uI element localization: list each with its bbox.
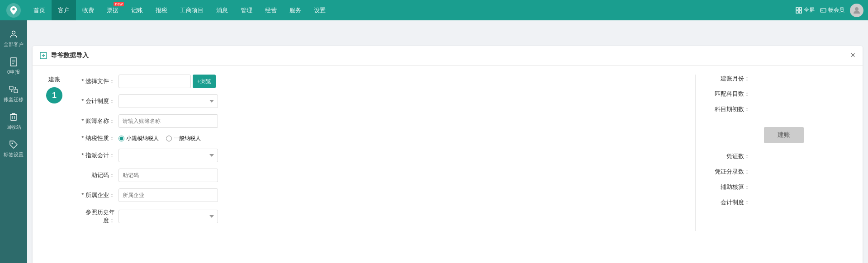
auxiliary-label: 辅助核算： (709, 183, 750, 191)
sidebar-customers-label: 全部客户 (4, 41, 24, 48)
small-taxpayer-label: 小规模纳税人 (126, 135, 159, 142)
top-navigation: 首页 客户 收费 票据 new 记账 报税 工商项目 消息 管理 经营 服务 设… (0, 0, 868, 20)
ledger-name-input[interactable] (119, 114, 218, 128)
accountant-select[interactable] (119, 149, 218, 162)
svg-rect-4 (821, 9, 826, 12)
nav-invoices[interactable]: 票据 new (100, 0, 125, 20)
reference-year-label: 参照历史年度： (79, 208, 115, 225)
accountant-row: * 指派会计： (79, 149, 682, 162)
transfer-icon (9, 85, 19, 94)
user-avatar[interactable] (850, 4, 863, 17)
svg-point-6 (12, 31, 15, 34)
sidebar-tags-label: 标签设置 (4, 151, 24, 158)
nav-home[interactable]: 首页 (27, 0, 52, 20)
sidebar-declaration-label: 0申报 (7, 69, 20, 75)
form-area: * 选择文件： +浏览 * 会计制度： (70, 75, 682, 231)
new-badge: new (114, 2, 124, 6)
match-subjects-row: 匹配科目数： (709, 90, 849, 98)
form-section: 建账 1 * 选择文件： +浏览 (46, 75, 695, 231)
accounting-system-select[interactable] (119, 94, 218, 108)
general-taxpayer-label: 一般纳税人 (174, 135, 201, 142)
browse-button[interactable]: +浏览 (193, 75, 216, 88)
svg-rect-1 (799, 8, 802, 10)
general-taxpayer-option[interactable]: 一般纳税人 (166, 135, 201, 142)
small-taxpayer-option[interactable]: 小规模纳税人 (119, 135, 159, 142)
info-section: 建账月份： 匹配科目数： 科目期初数： 建账 凭证数： (695, 75, 849, 231)
svg-rect-2 (796, 11, 798, 13)
step-badge: 1 (46, 87, 62, 103)
svg-rect-0 (796, 8, 798, 10)
affiliated-company-input[interactable] (119, 188, 218, 202)
step-section-label: 建账 (48, 75, 60, 84)
vip-label: 畅会员 (828, 6, 844, 14)
sidebar-item-recycle[interactable]: 回收站 (0, 108, 27, 135)
file-row: * 选择文件： +浏览 (79, 75, 682, 88)
svg-rect-10 (11, 114, 16, 121)
nav-tax[interactable]: 报税 (149, 0, 174, 20)
reference-year-select[interactable] (119, 210, 218, 223)
nav-business[interactable]: 工商项目 (174, 0, 210, 20)
modal-title: 导爷数据导入 (51, 52, 89, 60)
accountant-label: * 指派会计： (79, 151, 115, 160)
fullscreen-btn[interactable]: 全屏 (796, 6, 815, 14)
ledger-name-label: * 账簿名称： (79, 117, 115, 125)
svg-point-5 (855, 7, 859, 11)
nav-bookkeeping[interactable]: 记账 (125, 0, 149, 20)
subject-initial-label: 科目期初数： (709, 105, 750, 113)
create-month-row: 建账月份： (709, 75, 849, 83)
reference-year-row: 参照历史年度： (79, 208, 682, 225)
subject-initial-row: 科目期初数： (709, 105, 849, 113)
memo-code-row: 助记码： (79, 169, 682, 182)
sidebar: 全部客户 0申报 账套迁移 回收站 (0, 20, 27, 263)
create-month-label: 建账月份： (709, 75, 750, 83)
fullscreen-icon (796, 7, 802, 14)
tax-type-radio-group: 小规模纳税人 一般纳税人 (119, 135, 201, 142)
auxiliary-row: 辅助核算： (709, 183, 849, 191)
tag-icon (9, 140, 19, 150)
nav-items: 首页 客户 收费 票据 new 记账 报税 工商项目 消息 管理 经营 服务 设… (27, 0, 796, 20)
file-icon (9, 57, 19, 67)
file-label: * 选择文件： (79, 77, 115, 85)
import-icon (40, 52, 47, 59)
tax-type-row: * 纳税性质： 小规模纳税人 一般纳税人 (79, 134, 682, 142)
nav-billing[interactable]: 收费 (76, 0, 100, 20)
users-icon (9, 29, 19, 39)
main-area: 导爷数据导入 × 建账 1 * 选择文件： (27, 41, 868, 263)
logo-svg (9, 5, 19, 15)
nav-operations[interactable]: 经营 (259, 0, 283, 20)
memo-code-label: 助记码： (79, 171, 115, 179)
nav-services[interactable]: 服务 (283, 0, 308, 20)
create-account-button[interactable]: 建账 (764, 127, 804, 143)
tax-type-label: * 纳税性质： (79, 134, 115, 142)
accounting-system-row: * 会计制度： (79, 94, 682, 108)
sidebar-migration-label: 账套迁移 (4, 96, 24, 103)
file-input[interactable] (119, 75, 191, 88)
nav-right: 全屏 畅会员 (796, 4, 863, 17)
fullscreen-label: 全屏 (804, 6, 815, 14)
sidebar-item-declaration[interactable]: 0申报 (0, 52, 27, 80)
svg-rect-3 (799, 11, 802, 13)
accounting-system2-label: 会计制度： (709, 198, 750, 207)
match-subjects-label: 匹配科目数： (709, 90, 750, 98)
logo[interactable] (5, 1, 23, 19)
memo-code-input[interactable] (119, 169, 218, 182)
avatar-icon (852, 6, 861, 15)
nav-messages[interactable]: 消息 (210, 0, 234, 20)
voucher-records-row: 凭证分录数： (709, 168, 849, 176)
vip-icon (820, 7, 826, 14)
sidebar-recycle-label: 回收站 (6, 124, 21, 131)
nav-settings[interactable]: 设置 (308, 0, 332, 20)
voucher-count-label: 凭证数： (709, 152, 750, 160)
vip-btn[interactable]: 畅会员 (820, 6, 844, 14)
trash-icon (9, 112, 19, 122)
sidebar-item-customers[interactable]: 全部客户 (0, 25, 27, 52)
sidebar-item-tags[interactable]: 标签设置 (0, 135, 27, 163)
logo-icon (6, 3, 21, 18)
voucher-count-row: 凭证数： (709, 152, 849, 160)
nav-customers[interactable]: 客户 (52, 0, 76, 20)
modal-close-button[interactable]: × (850, 51, 855, 60)
nav-management[interactable]: 管理 (234, 0, 259, 20)
accounting-system2-row: 会计制度： (709, 198, 849, 207)
file-input-wrapper: +浏览 (119, 75, 216, 88)
sidebar-item-migration[interactable]: 账套迁移 (0, 80, 27, 108)
